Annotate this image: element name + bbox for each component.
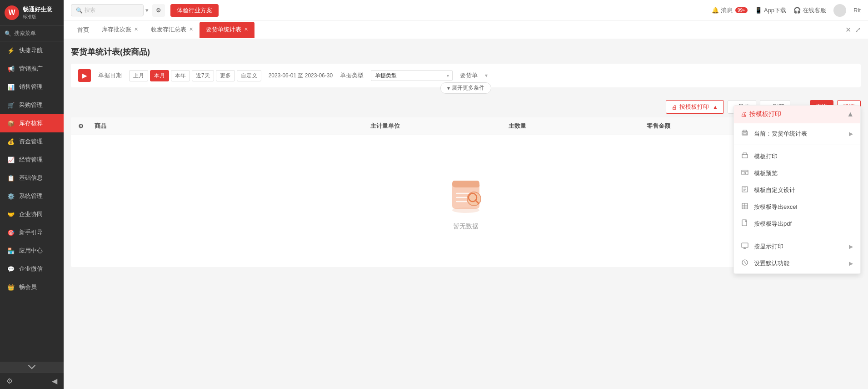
set-default-icon: [741, 259, 749, 268]
app-logo-icon: W: [5, 5, 19, 20]
appstore-icon: 🏪: [6, 246, 15, 255]
date-custom[interactable]: 自定义: [237, 70, 261, 81]
topbar-search-icon: 🔍: [76, 7, 83, 14]
printer-icon: 🖨: [672, 104, 678, 111]
topbar-settings-btn[interactable]: ⚙: [152, 4, 165, 17]
display-print-item[interactable]: 按显示打印 ▶: [734, 238, 860, 255]
date-current-year[interactable]: 本年: [171, 70, 190, 81]
export-pdf-label: 按模板导出pdf: [754, 220, 792, 228]
print-dropdown-title: 🖨 按模板打印: [740, 110, 781, 118]
sidebar-item-guide[interactable]: 🎯 新手引导: [0, 223, 64, 242]
page-title: 要货单统计表(按商品): [71, 46, 861, 57]
goods-dropdown-arrow[interactable]: ▾: [485, 72, 488, 79]
sidebar-item-collab[interactable]: 🤝 企业协同: [0, 205, 64, 223]
sidebar-item-marketing[interactable]: 📢 营销推广: [0, 60, 64, 78]
topbar: 🔍 搜索 ▾ ⚙ 体验行业方案 🔔 消息 99+ 📱 App下载 🎧 在线客服: [64, 0, 868, 21]
tab-close-all[interactable]: ✕: [845, 25, 851, 34]
template-preview-icon: [741, 169, 749, 177]
app-download-btn[interactable]: 📱 App下载: [755, 6, 786, 15]
topbar-actions: 🔔 消息 99+ 📱 App下载 🎧 在线客服 Rit: [712, 4, 861, 17]
th-unit: 主计量单位: [370, 122, 509, 130]
sales-icon: 📊: [6, 82, 15, 91]
tab-close-inventory-batch[interactable]: ✕: [134, 26, 138, 32]
sidebar-item-appstore[interactable]: 🏪 应用中心: [0, 242, 64, 260]
current-sub-arrow: ▶: [849, 131, 853, 137]
topbar-dropdown-arrow[interactable]: ▾: [145, 7, 149, 14]
topbar-search[interactable]: 🔍 搜索: [71, 4, 144, 16]
user-avatar[interactable]: [833, 4, 846, 17]
display-sub-arrow: ▶: [849, 243, 853, 250]
tab-close-receivables[interactable]: ✕: [189, 26, 193, 32]
sidebar-item-member[interactable]: 👑 畅会员: [0, 278, 64, 296]
dropdown-export-excel[interactable]: 按模板导出excel: [734, 198, 860, 215]
sidebar-item-purchase[interactable]: 🛒 采购管理: [0, 96, 64, 114]
sidebar-item-inventory[interactable]: 📦 库存核算: [0, 114, 64, 132]
sidebar-item-wechat[interactable]: 💬 企业微信: [0, 260, 64, 278]
tab-close-order-stats[interactable]: ✕: [244, 26, 248, 32]
sidebar-item-quicknav[interactable]: ⚡ 快捷导航: [0, 41, 64, 60]
sidebar-item-sales[interactable]: 📊 销售管理: [0, 78, 64, 96]
tab-receivables[interactable]: 收发存汇总表 ✕: [145, 22, 200, 38]
expand-more-btn[interactable]: ▾ 展开更多条件: [440, 82, 491, 94]
sidebar-item-system[interactable]: ⚙️ 系统管理: [0, 187, 64, 205]
sidebar-search[interactable]: 🔍 搜索菜单: [0, 26, 64, 41]
tab-inventory-batch[interactable]: 库存批次账 ✕: [95, 22, 145, 38]
svg-point-13: [744, 172, 746, 174]
export-excel-icon: [741, 202, 749, 211]
date-prev-month[interactable]: 上月: [129, 70, 148, 81]
customer-service-label: 在线客服: [803, 6, 826, 15]
dropdown-template-print[interactable]: 模板打印: [734, 148, 860, 165]
tabs-bar: 首页 库存批次账 ✕ 收发存汇总表 ✕ 要货单统计表 ✕ ✕ ⤢: [64, 21, 868, 39]
tab-inventory-batch-label: 库存批次账: [102, 25, 131, 34]
main-area: 🔍 搜索 ▾ ⚙ 体验行业方案 🔔 消息 99+ 📱 App下载 🎧 在线客服: [64, 0, 868, 389]
filter-expand-arrow[interactable]: ▶: [78, 69, 91, 82]
th-settings[interactable]: ⚙: [78, 123, 95, 130]
template-design-icon: [741, 186, 749, 194]
tab-expand[interactable]: ⤢: [855, 25, 861, 34]
sidebar-collapse-btn[interactable]: ◀: [52, 377, 57, 385]
sidebar-item-finance[interactable]: 💰 资金管理: [0, 132, 64, 151]
sidebar-item-operations[interactable]: 📈 经营管理: [0, 151, 64, 169]
dropdown-export-pdf[interactable]: 按模板导出pdf: [734, 215, 860, 232]
sidebar-item-label-basic: 基础信息: [19, 174, 43, 182]
sidebar-item-label-wechat: 企业微信: [19, 265, 43, 273]
display-print-label: 按显示打印: [754, 242, 783, 251]
date-more[interactable]: 更多: [216, 70, 235, 81]
basic-icon: 📋: [6, 173, 15, 182]
topbar-search-text: 搜索: [85, 6, 95, 14]
customer-service-btn[interactable]: 🎧 在线客服: [793, 6, 826, 15]
messages-btn[interactable]: 🔔 消息 99+: [712, 6, 748, 15]
date-buttons: 上月 本月 本年 近7天 更多 自定义: [129, 70, 261, 81]
dropdown-template-preview[interactable]: 模板预览: [734, 165, 860, 182]
column-settings-icon[interactable]: ⚙: [78, 123, 84, 130]
date-7days[interactable]: 近7天: [192, 70, 214, 81]
default-sub-arrow: ▶: [849, 260, 853, 267]
sidebar-item-basic[interactable]: 📋 基础信息: [0, 169, 64, 187]
sidebar-scroll-down[interactable]: [0, 362, 64, 373]
print-current-item[interactable]: 当前：要货单统计表 ▶: [734, 125, 860, 142]
print-template-btn[interactable]: 🖨 按模板打印 ▲: [666, 100, 724, 114]
search-icon: 🔍: [5, 30, 11, 37]
export-excel-label: 按模板导出excel: [754, 203, 797, 211]
bell-icon: 🔔: [712, 7, 719, 14]
sidebar-item-label-inventory: 库存核算: [19, 119, 43, 127]
date-range-display: 2023-06-01 至 2023-06-30: [269, 72, 333, 80]
date-current-month[interactable]: 本月: [150, 70, 169, 81]
empty-text: 暂无数据: [453, 222, 479, 231]
set-default-item[interactable]: 设置默认功能 ▶: [734, 255, 860, 272]
print-dropdown-close[interactable]: ▲: [847, 110, 854, 118]
operations-icon: 📈: [6, 155, 15, 164]
tab-order-stats[interactable]: 要货单统计表 ✕: [200, 22, 254, 38]
app-download-label: App下载: [764, 6, 786, 15]
member-icon: 👑: [6, 283, 15, 292]
trial-btn[interactable]: 体验行业方案: [170, 4, 219, 17]
gear-icon: ⚙: [156, 7, 161, 14]
app-subtitle: 标准版: [23, 14, 52, 20]
sidebar-nav: ⚡ 快捷导航 📢 营销推广 📊 销售管理 🛒 采购管理 📦 库存核算 💰 资金管…: [0, 41, 64, 362]
sidebar-settings-btn[interactable]: ⚙: [6, 377, 13, 385]
type-select[interactable]: 单据类型 要货单: [371, 70, 453, 81]
tab-home[interactable]: 首页: [71, 22, 95, 38]
dropdown-template-design[interactable]: 模板自定义设计: [734, 182, 860, 198]
sidebar-item-label-quicknav: 快捷导航: [19, 46, 43, 55]
print-dropdown-title-label: 按模板打印: [749, 110, 781, 118]
